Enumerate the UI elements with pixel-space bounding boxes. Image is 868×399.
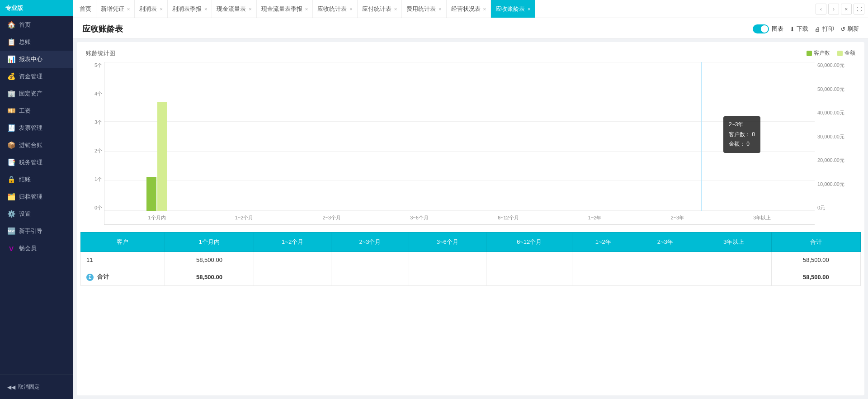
tab-payable-stat-close[interactable]: ×: [394, 6, 397, 12]
th-m1: 1个月内: [165, 233, 254, 252]
content-area: 账龄统计图 客户数 金额 5个 4个 3个 2个 1个: [77, 42, 864, 395]
chart-toggle[interactable]: [753, 24, 769, 33]
footer-y23: [634, 268, 696, 286]
legend-customers: 客户数: [807, 49, 830, 57]
sidebar-item-assets[interactable]: 🏢 固定资产: [0, 85, 73, 102]
y-axis-right: 60,000.00元 50,000.00元 40,000.00元 30,000.…: [815, 62, 855, 225]
sidebar-item-settings[interactable]: ⚙️ 设置: [0, 205, 73, 223]
cancel-fixed-label: 取消固定: [18, 383, 40, 391]
download-icon: ⬇: [790, 26, 795, 33]
tab-expense-stat-close[interactable]: ×: [439, 6, 441, 12]
tab-receivable-age-close[interactable]: ×: [528, 6, 530, 12]
y-right-60000: 60,000.00元: [817, 62, 844, 69]
th-total: 合计: [771, 233, 860, 252]
tab-business-stat-close[interactable]: ×: [483, 6, 486, 12]
sidebar-item-closing[interactable]: 🔒 结账: [0, 171, 73, 188]
ledger-icon: 📋: [7, 38, 15, 46]
cancel-fixed-button[interactable]: ◀◀ 取消固定: [0, 380, 73, 394]
assets-icon: 🏢: [7, 90, 15, 98]
sidebar-item-funds[interactable]: 💰 资金管理: [0, 68, 73, 85]
legend-amount: 金额: [837, 49, 855, 57]
y-left-5: 5个: [94, 62, 102, 69]
sidebar-label-settings: 设置: [19, 210, 31, 218]
th-y3plus: 3年以上: [696, 233, 771, 252]
tab-cashflow-quarter-close[interactable]: ×: [305, 6, 308, 12]
print-button[interactable]: 🖨 打印: [815, 25, 834, 33]
tab-cashflow[interactable]: 现金流量表 ×: [212, 0, 256, 18]
tab-voucher-close[interactable]: ×: [127, 6, 130, 12]
chart-toggle-label: 图表: [772, 25, 783, 33]
sidebar-item-ledger[interactable]: 📋 总账: [0, 33, 73, 51]
tooltip-amount-value: 0: [746, 141, 750, 147]
tab-business-stat-label: 经营状况表: [451, 5, 481, 13]
sidebar-label-closing: 结账: [19, 176, 31, 184]
tab-profit-label: 利润表: [139, 5, 157, 13]
tab-receivable-age[interactable]: 应收账龄表 ×: [491, 0, 535, 18]
guide-icon: 🆕: [7, 227, 15, 235]
tab-close-all[interactable]: ×: [841, 4, 852, 14]
cancel-fixed-icon: ◀◀: [7, 384, 15, 390]
sidebar-item-reports[interactable]: 📊 报表中心: [0, 51, 73, 68]
tab-cashflow-label: 现金流量表: [217, 5, 246, 13]
sidebar-item-archive[interactable]: 🗂️ 归档管理: [0, 188, 73, 205]
legend-amount-dot: [837, 51, 843, 56]
tab-voucher[interactable]: 新增凭证 ×: [96, 0, 135, 18]
download-button[interactable]: ⬇ 下载: [790, 25, 808, 33]
sidebar-label-salary: 工资: [19, 107, 31, 115]
tab-cashflow-close[interactable]: ×: [249, 6, 251, 12]
tab-receivable-age-label: 应收账龄表: [495, 5, 525, 13]
tab-home[interactable]: 首页: [75, 0, 96, 18]
y-right-30000: 30,000.00元: [817, 133, 844, 140]
footer-m23: [331, 268, 409, 286]
settings-icon: ⚙️: [7, 210, 15, 218]
tab-payable-stat[interactable]: 应付统计表 ×: [358, 0, 402, 18]
y-left-4: 4个: [94, 90, 102, 97]
page-title: 应收账龄表: [82, 24, 753, 34]
x-label-m12: 1~2个月: [235, 214, 254, 221]
sidebar-item-inventory[interactable]: 📦 进销台账: [0, 137, 73, 154]
footer-label-text: 合计: [97, 273, 109, 280]
x-label-m1: 1个月内: [148, 214, 166, 221]
tab-profit-quarter[interactable]: 利润表季报 ×: [168, 0, 212, 18]
tab-receivable-stat[interactable]: 应收统计表 ×: [313, 0, 357, 18]
cell-m23: [331, 252, 409, 268]
chart-legend: 客户数 金额: [807, 49, 855, 57]
bar-group-m1: [146, 102, 167, 211]
footer-m36: [409, 268, 486, 286]
sidebar-item-tax[interactable]: 📑 税务管理: [0, 154, 73, 171]
sidebar-item-invoice[interactable]: 🧾 发票管理: [0, 119, 73, 137]
funds-icon: 💰: [7, 72, 15, 81]
sidebar-label-assets: 固定资产: [19, 90, 42, 98]
tab-profit[interactable]: 利润表 ×: [135, 0, 167, 18]
tab-profit-close[interactable]: ×: [160, 6, 162, 12]
y-left-2: 2个: [94, 147, 102, 154]
refresh-button[interactable]: ↺ 刷新: [840, 25, 859, 33]
bars-area: [104, 62, 815, 211]
table-row: 11 58,500.00 58,500.00: [81, 252, 861, 268]
y-right-10000: 10,000.00元: [817, 181, 844, 188]
chart-toggle-wrap: 图表: [753, 24, 783, 33]
tab-business-stat[interactable]: 经营状况表 ×: [447, 0, 491, 18]
sidebar: 专业版 🏠 首页 📋 总账 📊 报表中心 💰 资金管理 🏢 固定资产 💴 工资 …: [0, 0, 73, 399]
cell-m12: [254, 252, 331, 268]
tooltip-customers-label: 客户数: [729, 131, 745, 138]
tab-profit-quarter-close[interactable]: ×: [204, 6, 207, 12]
x-label-m612: 6~12个月: [498, 214, 519, 221]
legend-amount-label: 金额: [844, 49, 855, 57]
sidebar-item-guide[interactable]: 🆕 新手引导: [0, 223, 73, 240]
tab-cashflow-quarter[interactable]: 现金流量表季报 ×: [257, 0, 313, 18]
tab-scroll-right[interactable]: ›: [828, 4, 839, 14]
sidebar-item-vip[interactable]: V 畅会员: [0, 240, 73, 257]
th-m36: 3~6个月: [409, 233, 486, 252]
tab-scroll-left[interactable]: ‹: [816, 4, 826, 14]
tab-receivable-stat-close[interactable]: ×: [349, 6, 352, 12]
sidebar-item-home[interactable]: 🏠 首页: [0, 16, 73, 33]
tab-expand[interactable]: ⛶: [854, 4, 864, 14]
inventory-icon: 📦: [7, 141, 15, 149]
sidebar-item-salary[interactable]: 💴 工资: [0, 102, 73, 119]
sidebar-label-archive: 归档管理: [19, 193, 42, 201]
cell-m36: [409, 252, 486, 268]
tab-receivable-stat-label: 应收统计表: [317, 5, 347, 13]
sidebar-label-tax: 税务管理: [19, 158, 42, 166]
tab-expense-stat[interactable]: 费用统计表 ×: [402, 0, 446, 18]
